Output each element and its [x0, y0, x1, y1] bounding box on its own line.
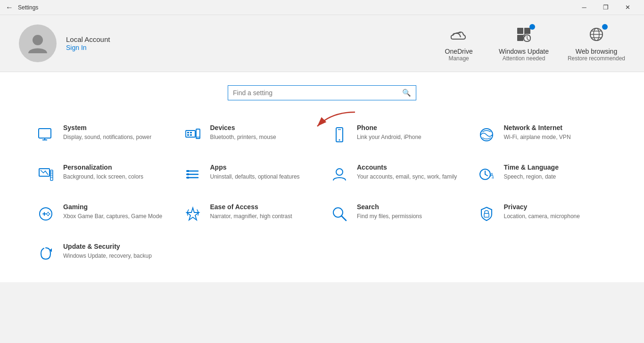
network-text: Network & Internet Wi-Fi, airplane mode,…	[504, 124, 571, 141]
phone-title: Phone	[357, 124, 421, 131]
avatar	[19, 24, 57, 62]
svg-rect-1	[517, 28, 523, 34]
search-settings-subtitle: Find my files, permissions	[357, 212, 422, 220]
gaming-text: Gaming Xbox Game Bar, captures, Game Mod…	[63, 203, 162, 220]
gaming-title: Gaming	[63, 203, 162, 211]
svg-rect-3	[517, 35, 523, 41]
windows-update-subtitle: Attention needed	[503, 55, 545, 62]
svg-rect-25	[50, 170, 53, 180]
personalization-icon	[36, 164, 56, 184]
close-button[interactable]: ✕	[617, 0, 638, 15]
svg-point-36	[336, 169, 343, 175]
accounts-text: Accounts Your accounts, email, sync, wor…	[357, 163, 457, 181]
sign-in-link[interactable]: Sign In	[66, 44, 87, 51]
personalization-title: Personalization	[63, 163, 143, 171]
settings-item-personalization[interactable]: Personalization Background, lock screen,…	[28, 154, 175, 194]
settings-item-privacy[interactable]: Privacy Location, camera, microphone	[469, 194, 616, 233]
search-settings-text: Search Find my files, permissions	[357, 203, 422, 220]
onedrive-title: OneDrive	[445, 48, 473, 55]
phone-icon	[330, 125, 349, 145]
svg-rect-15	[187, 134, 189, 136]
settings-item-search[interactable]: Search Find my files, permissions	[322, 194, 469, 233]
settings-item-accounts[interactable]: Accounts Your accounts, email, sync, wor…	[322, 154, 469, 194]
personalization-text: Personalization Background, lock screen,…	[63, 163, 143, 181]
settings-item-update[interactable]: Update & Security Windows Update, recove…	[28, 233, 175, 273]
search-settings-title: Search	[357, 203, 422, 211]
update-icon	[36, 244, 56, 263]
titlebar: ← Settings ─ ❐ ✕	[0, 0, 644, 15]
settings-item-network[interactable]: Network & Internet Wi-Fi, airplane mode,…	[469, 114, 616, 154]
privacy-subtitle: Location, camera, microphone	[504, 212, 580, 220]
header-action-web-browsing[interactable]: Web browsing Restore recommended	[568, 25, 625, 62]
update-title: Update & Security	[63, 243, 152, 250]
devices-icon	[183, 125, 203, 145]
search-box: 🔍	[228, 85, 416, 100]
svg-point-48	[46, 213, 48, 215]
web-browsing-subtitle: Restore recommended	[568, 55, 625, 62]
svg-text:a: a	[492, 175, 494, 180]
system-title: System	[63, 124, 151, 131]
time-icon: A a	[477, 164, 496, 184]
titlebar-title: Settings	[18, 4, 38, 11]
settings-item-ease[interactable]: Ease of Access Narrator, magnifier, high…	[175, 194, 322, 233]
privacy-title: Privacy	[504, 203, 580, 211]
header-action-onedrive[interactable]: OneDrive Manage	[438, 25, 480, 62]
network-subtitle: Wi-Fi, airplane mode, VPN	[504, 133, 571, 141]
svg-rect-13	[187, 132, 189, 133]
windows-update-title: Windows Update	[499, 48, 549, 55]
phone-subtitle: Link your Android, iPhone	[357, 133, 421, 141]
header-action-windows-update[interactable]: Windows Update Attention needed	[499, 25, 549, 62]
windows-update-icon-wrap	[514, 25, 533, 44]
ease-text: Ease of Access Narrator, magnifier, high…	[210, 203, 292, 220]
svg-rect-14	[190, 132, 192, 133]
network-title: Network & Internet	[504, 124, 571, 131]
ease-subtitle: Narrator, magnifier, high contrast	[210, 212, 292, 220]
apps-title: Apps	[210, 163, 300, 171]
svg-line-50	[341, 216, 346, 220]
header: Local Account Sign In OneDrive Manage	[0, 15, 644, 72]
privacy-text: Privacy Location, camera, microphone	[504, 203, 580, 220]
search-settings-icon	[330, 204, 349, 224]
svg-rect-33	[187, 170, 189, 172]
accounts-title: Accounts	[357, 163, 457, 171]
svg-point-45	[48, 212, 49, 213]
privacy-icon	[477, 204, 496, 224]
svg-rect-9	[39, 129, 51, 138]
apps-subtitle: Uninstall, defaults, optional features	[210, 173, 300, 181]
restore-button[interactable]: ❐	[595, 0, 617, 15]
settings-grid: System Display, sound, notifications, po…	[28, 114, 616, 273]
update-text: Update & Security Windows Update, recove…	[63, 243, 152, 260]
search-button[interactable]: 🔍	[402, 89, 411, 97]
gaming-icon	[36, 204, 56, 224]
onedrive-icon	[450, 26, 467, 43]
network-icon	[477, 125, 496, 145]
onedrive-icon-wrap	[449, 25, 468, 44]
minimize-button[interactable]: ─	[573, 0, 595, 15]
system-icon	[36, 125, 56, 145]
devices-title: Devices	[210, 124, 276, 131]
windows-update-badge	[529, 24, 535, 30]
web-browsing-badge	[602, 24, 608, 30]
settings-item-phone[interactable]: Phone Link your Android, iPhone	[322, 114, 469, 154]
system-subtitle: Display, sound, notifications, power	[63, 133, 151, 141]
back-icon: ←	[6, 3, 13, 12]
titlebar-left: ← Settings	[6, 3, 38, 12]
apps-text: Apps Uninstall, defaults, optional featu…	[210, 163, 300, 181]
ease-title: Ease of Access	[210, 203, 292, 211]
search-section: 🔍	[0, 72, 644, 110]
web-browsing-icon-wrap	[587, 25, 606, 44]
settings-item-apps[interactable]: Apps Uninstall, defaults, optional featu…	[175, 154, 322, 194]
main-content: System Display, sound, notifications, po…	[0, 110, 644, 282]
settings-item-gaming[interactable]: Gaming Xbox Game Bar, captures, Game Mod…	[28, 194, 175, 233]
time-subtitle: Speech, region, date	[504, 173, 559, 181]
web-browsing-title: Web browsing	[576, 48, 617, 55]
svg-point-46	[49, 213, 50, 215]
devices-subtitle: Bluetooth, printers, mouse	[210, 133, 276, 141]
phone-text: Phone Link your Android, iPhone	[357, 124, 421, 141]
settings-item-devices[interactable]: Devices Bluetooth, printers, mouse	[175, 114, 322, 154]
user-name: Local Account	[66, 35, 110, 43]
search-input[interactable]	[233, 89, 402, 97]
settings-item-system[interactable]: System Display, sound, notifications, po…	[28, 114, 175, 154]
settings-item-time[interactable]: A a Time & Language Speech, region, date	[469, 154, 616, 194]
back-button[interactable]: ←	[6, 3, 13, 12]
